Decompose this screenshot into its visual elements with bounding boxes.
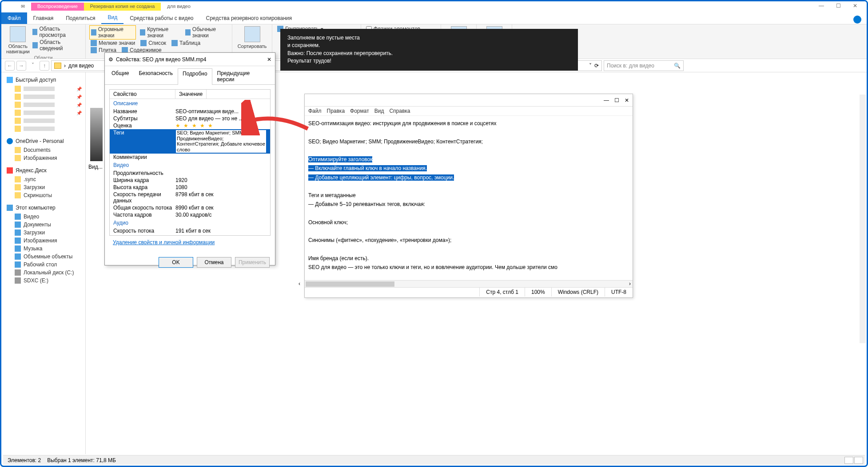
nav-pane-icon[interactable] (10, 26, 26, 42)
sidebar-item-music[interactable]: Музыка (1, 245, 85, 253)
prop-row-bitrate[interactable]: Скорость передачи данных8798 кбит в сек (110, 191, 270, 204)
remove-properties-link[interactable]: Удаление свойств и личной информации (109, 236, 218, 249)
view-thumbs-icon[interactable] (854, 457, 863, 464)
sidebar-item-blur[interactable] (1, 125, 85, 133)
view-details-icon[interactable] (844, 457, 853, 464)
close-button[interactable]: ✕ (847, 3, 863, 12)
title-tab-backup[interactable]: Резервная копия не создана (84, 3, 161, 11)
sidebar-quick-access[interactable]: Быстрый доступ (1, 75, 85, 85)
notepad-maximize[interactable]: ☐ (614, 97, 619, 103)
sidebar-this-pc[interactable]: Этот компьютер (1, 203, 85, 213)
medium-icons-button[interactable]: Обычные значки (184, 25, 228, 40)
sidebar-yandex-disk[interactable]: Яндекс.Диск (1, 166, 85, 175)
sidebar-item-downloads2[interactable]: Загрузки (1, 229, 85, 237)
menu-view[interactable]: Вид (374, 108, 384, 114)
col-property[interactable]: Свойство (110, 90, 175, 99)
huge-icons-button[interactable]: Огромные значки (89, 25, 136, 40)
sidebar-item-images[interactable]: Изображения (1, 154, 85, 162)
prop-row-audio-bitrate[interactable]: Скорость потока191 кбит в сек (110, 227, 270, 234)
details-pane-button[interactable]: Область сведений (31, 39, 82, 52)
list-button[interactable]: Список (139, 40, 167, 47)
menu-help[interactable]: Справка (389, 108, 410, 114)
sidebar-item-video[interactable]: Видео (1, 213, 85, 221)
addr-dropdown[interactable]: ˅ (589, 63, 592, 69)
maximize-button[interactable]: ☐ (830, 3, 846, 12)
title-tab-playback[interactable]: Воспроизведение (31, 3, 84, 11)
sidebar-item-documents[interactable]: Documents (1, 146, 85, 154)
sidebar-onedrive[interactable]: OneDrive - Personal (1, 136, 85, 146)
sidebar-item-sync[interactable]: .sync (1, 175, 85, 183)
prop-row-channels[interactable]: Каналы, количество2 (стерео) (110, 234, 270, 236)
col-value[interactable]: Значение (175, 90, 207, 99)
scrollbar-thumb[interactable] (306, 281, 394, 287)
annotation-line: Заполняем все пустые места (287, 34, 571, 42)
notepad-textarea[interactable]: SEO-оптимизация видео: инструкция для пр… (305, 116, 633, 280)
video-thumbnail[interactable] (90, 108, 103, 161)
back-button[interactable]: ← (5, 61, 15, 71)
search-input[interactable]: Поиск в: для видео 🔍 (604, 60, 684, 71)
refresh-button[interactable]: ⟳ (594, 63, 599, 69)
prop-row-duration[interactable]: Продолжительность (110, 170, 270, 177)
notepad-close[interactable]: ✕ (625, 97, 629, 103)
small-icons-button[interactable]: Мелкие значки (89, 40, 136, 47)
title-tab-folder[interactable]: для видео (161, 3, 197, 11)
sidebar-item-local-disk[interactable]: Локальный диск (C:) (1, 269, 85, 277)
tab-general[interactable]: Общие (107, 68, 134, 84)
video-thumbnail-label: Вид... (88, 164, 103, 170)
notepad-titlebar[interactable]: — ☐ ✕ (305, 94, 633, 107)
sort-button[interactable]: Сортировать (236, 43, 268, 49)
sort-icon[interactable] (244, 26, 260, 42)
explorer-v-scrollbar[interactable] (860, 95, 866, 343)
large-icons-button[interactable]: Крупные значки (139, 25, 181, 40)
selected-text: Оптимизируйте заголовок (308, 156, 372, 162)
sidebar-item-downloads[interactable]: Загрузки (1, 183, 85, 191)
prop-row-comments[interactable]: Комментарии (110, 154, 270, 161)
tab-view[interactable]: Вид (101, 12, 123, 24)
tab-home[interactable]: Главная (27, 12, 60, 24)
nav-pane-button[interactable]: Область навигации (5, 43, 31, 55)
status-zoom: 100% (525, 288, 551, 297)
prop-row-framerate[interactable]: Частота кадров30.00 кадров/с (110, 211, 270, 218)
sidebar-item-desktop[interactable]: Рабочий стол (1, 261, 85, 269)
preview-pane-button[interactable]: Область просмотра (31, 25, 82, 39)
sidebar-item-docs[interactable]: Документы (1, 221, 85, 229)
tab-previous[interactable]: Предыдущие версии (212, 68, 273, 84)
minimize-button[interactable]: — (813, 3, 829, 12)
sidebar-item-screenshots[interactable]: Скриншоты (1, 191, 85, 199)
edge-icon[interactable] (853, 16, 861, 24)
search-icon[interactable]: 🔍 (674, 63, 681, 69)
menu-edit[interactable]: Правка (327, 108, 345, 114)
sidebar-item-blur[interactable]: 📌 (1, 85, 85, 93)
sidebar-item-images2[interactable]: Изображения (1, 237, 85, 245)
notepad-h-scrollbar[interactable]: ›‹ (305, 280, 633, 287)
cancel-button[interactable]: Отмена (197, 257, 231, 268)
sidebar-item-blur[interactable] (1, 117, 85, 125)
up-button[interactable]: ↑ (40, 61, 49, 71)
forward-button[interactable]: → (16, 61, 26, 71)
prop-row-width[interactable]: Ширина кадра1920 (110, 177, 270, 184)
tab-video-tools[interactable]: Средства работы с видео (123, 12, 199, 24)
prop-row-height[interactable]: Высота кадра1080 (110, 184, 270, 191)
tab-share[interactable]: Поделиться (60, 12, 101, 24)
table-button[interactable]: Таблица (170, 40, 202, 47)
ok-button[interactable]: OK (159, 257, 193, 268)
properties-close-button[interactable]: ✕ (267, 56, 271, 63)
scroll-right-icon[interactable]: › (629, 281, 631, 287)
sidebar-item-sdxc[interactable]: SDXC (E:) (1, 277, 85, 285)
scroll-left-icon[interactable]: ‹ (299, 281, 300, 287)
sidebar-item-blur[interactable]: 📌 (1, 93, 85, 101)
sidebar-item-3d[interactable]: Объемные объекты (1, 253, 85, 261)
sidebar-item-blur[interactable]: 📌 (1, 109, 85, 117)
breadcrumb-path[interactable]: для видео (68, 63, 94, 69)
tab-backup-tools[interactable]: Средства резервного копирования (200, 12, 298, 24)
prop-row-total-bitrate[interactable]: Общая скорость потока8990 кбит в сек (110, 204, 270, 211)
history-dropdown[interactable]: ˅ (28, 61, 38, 71)
sidebar-item-blur[interactable]: 📌 (1, 101, 85, 109)
notepad-minimize[interactable]: — (604, 97, 609, 103)
apply-button[interactable]: Применить (235, 257, 270, 268)
tab-file[interactable]: Файл (1, 12, 27, 24)
tab-details[interactable]: Подробно (178, 68, 212, 85)
tab-security[interactable]: Безопасность (134, 68, 178, 84)
menu-format[interactable]: Формат (350, 108, 369, 114)
properties-titlebar[interactable]: ⚙Свойства: SEO для видео SMM.mp4 ✕ (105, 53, 275, 66)
